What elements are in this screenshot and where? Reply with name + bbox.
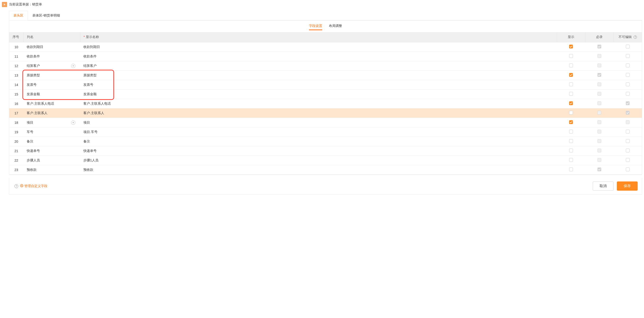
add-sub-field-icon[interactable]: +: [71, 64, 75, 68]
checkbox-readonly[interactable]: [626, 130, 630, 134]
cell-display-name[interactable]: 项目.车号: [80, 127, 557, 137]
table-row: 11收款条件收款条件: [9, 52, 642, 61]
cell-display-name[interactable]: 备注: [80, 137, 557, 146]
table-row: 22步骤人员步骤1人员: [9, 156, 642, 165]
cell-readonly: [614, 80, 642, 90]
checkbox-readonly[interactable]: [626, 148, 630, 152]
cell-show: [557, 42, 585, 52]
subtab-0[interactable]: 字段设置: [309, 24, 322, 30]
checkbox-required: [598, 92, 601, 96]
cell-required: [585, 90, 614, 99]
cell-seq: 22: [9, 156, 24, 165]
checkbox-show[interactable]: [569, 82, 573, 86]
th-seq: 序号: [9, 32, 24, 42]
cell-display-name[interactable]: 客户.主联系人电话: [80, 99, 557, 108]
checkbox-show[interactable]: [569, 73, 573, 77]
cell-seq: 21: [9, 146, 24, 156]
checkbox-required: [598, 73, 601, 77]
checkbox-required: [598, 101, 601, 105]
cell-readonly: [614, 90, 642, 99]
gear-icon: [20, 184, 24, 188]
cell-show: [557, 156, 585, 165]
table-row: 20备注备注: [9, 137, 642, 146]
tab-0[interactable]: 表头区: [9, 11, 28, 20]
th-name: 列名: [24, 32, 80, 42]
column-name-label: 发票号: [27, 83, 36, 86]
checkbox-show[interactable]: [569, 92, 573, 96]
checkbox-show[interactable]: [569, 54, 573, 58]
checkbox-show[interactable]: [569, 111, 573, 114]
cell-display-name[interactable]: 收款条件: [80, 52, 557, 61]
cell-display-name[interactable]: 快递单号: [80, 146, 557, 156]
checkbox-readonly[interactable]: [626, 64, 630, 67]
header-bar: 当前设置单据：销货单: [2, 2, 642, 7]
cell-show: [557, 108, 585, 118]
cell-name: 票据类型: [24, 71, 80, 80]
checkbox-readonly[interactable]: [626, 158, 630, 162]
footer-help-icon[interactable]: ?: [14, 184, 18, 188]
cell-show: [557, 80, 585, 90]
checkbox-readonly[interactable]: [626, 73, 630, 77]
checkbox-show[interactable]: [569, 45, 573, 48]
checkbox-show[interactable]: [569, 158, 573, 162]
cell-seq: 23: [9, 165, 24, 174]
cell-display-name[interactable]: 步骤1人员: [80, 156, 557, 165]
checkbox-show[interactable]: [569, 120, 573, 124]
checkbox-show[interactable]: [569, 168, 573, 171]
cell-display-name[interactable]: 项目: [80, 118, 557, 127]
table-row: 14发票号发票号: [9, 80, 642, 90]
cell-required: [585, 165, 614, 174]
cell-display-name[interactable]: 预收款: [80, 165, 557, 174]
checkbox-required: [598, 168, 601, 171]
checkbox-required: [598, 130, 601, 134]
table-row: 17客户.主联系人客户.主联系人: [9, 108, 642, 118]
cell-seq: 17: [9, 108, 24, 118]
cell-seq: 10: [9, 42, 24, 52]
checkbox-show[interactable]: [569, 139, 573, 143]
column-name-label: 收款条件: [27, 54, 40, 58]
cell-display-name[interactable]: 发票号: [80, 80, 557, 90]
cell-required: [585, 80, 614, 90]
cell-display-name[interactable]: 票据类型: [80, 71, 557, 80]
save-button[interactable]: 保存: [617, 182, 638, 191]
column-name-label: 发票金额: [27, 92, 40, 96]
collapse-toggle[interactable]: [2, 2, 7, 7]
cell-display-name[interactable]: 发票金额: [80, 90, 557, 99]
checkbox-show[interactable]: [569, 130, 573, 134]
checkbox-show[interactable]: [569, 148, 573, 152]
cell-seq: 13: [9, 71, 24, 80]
checkbox-readonly[interactable]: [626, 92, 630, 96]
checkbox-required: [598, 45, 601, 48]
add-sub-field-icon[interactable]: +: [71, 120, 75, 125]
column-name-label: 预收款: [27, 168, 36, 172]
checkbox-readonly[interactable]: [626, 54, 630, 58]
cell-display-name[interactable]: 收款到期日: [80, 42, 557, 52]
checkbox-show[interactable]: [569, 101, 573, 105]
cell-show: [557, 61, 585, 71]
checkbox-required: [598, 120, 601, 124]
table-row: 19车号项目.车号: [9, 127, 642, 137]
cell-readonly: [614, 137, 642, 146]
checkbox-readonly[interactable]: [626, 139, 630, 143]
checkbox-required: [598, 64, 601, 67]
checkbox-show[interactable]: [569, 64, 573, 67]
cell-display-name[interactable]: 客户.主联系人: [80, 108, 557, 118]
checkbox-readonly[interactable]: [626, 168, 630, 171]
cell-required: [585, 52, 614, 61]
cell-readonly: [614, 52, 642, 61]
cancel-button[interactable]: 取消: [593, 182, 614, 191]
main-panel: 字段设置布局调整 序号 列名 *显示名称 显示 必录 不可编辑 ?: [9, 20, 642, 175]
cell-readonly: [614, 42, 642, 52]
table-row: 16客户.主联系人电话客户.主联系人电话: [9, 99, 642, 108]
tab-1[interactable]: 表体区-销货单明细: [28, 11, 64, 20]
column-name-label: 票据类型: [27, 73, 40, 77]
cell-display-name[interactable]: 结算客户: [80, 61, 557, 71]
cell-name: 发票号: [24, 80, 80, 90]
checkbox-readonly[interactable]: [626, 45, 630, 48]
checkbox-readonly[interactable]: [626, 82, 630, 86]
help-icon[interactable]: ?: [634, 36, 637, 39]
table-row: 10收款到期日收款到期日: [9, 42, 642, 52]
manage-custom-fields-link[interactable]: 管理自定义字段: [20, 184, 48, 188]
subtab-1[interactable]: 布局调整: [329, 24, 342, 30]
checkbox-readonly: [626, 120, 630, 124]
